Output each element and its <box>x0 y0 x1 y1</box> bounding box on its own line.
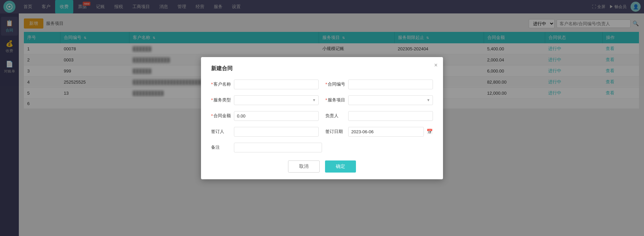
required-star-4: * <box>325 97 327 103</box>
required-star-5: * <box>211 113 213 119</box>
form-group-service-item: * 服务项目 ▼ <box>325 95 433 105</box>
form-group-sign-date: 签订日期 📅 <box>325 127 433 137</box>
form-group-customer: * 客户名称 <box>211 80 319 89</box>
service-type-label: * 服务类型 <box>211 97 231 103</box>
required-star-3: * <box>211 97 213 103</box>
required-star-2: * <box>325 82 327 87</box>
modal-footer: 取消 确定 <box>211 160 433 173</box>
service-item-select[interactable] <box>348 95 433 105</box>
sign-date-input[interactable] <box>348 127 424 137</box>
sign-date-label: 签订日期 <box>325 129 346 135</box>
form-row-2: * 服务类型 ▼ * 服务项目 <box>211 95 433 105</box>
form-group-service-type: * 服务类型 ▼ <box>211 95 319 105</box>
service-type-select[interactable] <box>234 95 319 105</box>
form-group-notes: 备注 <box>211 143 322 152</box>
form-group-amount: * 合同金额 <box>211 111 319 121</box>
amount-input[interactable] <box>234 111 319 121</box>
signer-label: 签订人 <box>211 129 231 135</box>
responsible-label: 负责人 <box>325 113 346 119</box>
notes-input[interactable] <box>234 143 322 152</box>
customer-name-label: * 客户名称 <box>211 81 231 87</box>
contract-no-label: * 合同编号 <box>325 81 346 87</box>
confirm-button[interactable]: 确定 <box>325 160 356 173</box>
form-row-4: 签订人 签订日期 📅 <box>211 127 433 137</box>
cancel-button[interactable]: 取消 <box>288 160 320 173</box>
customer-name-input[interactable] <box>234 80 319 89</box>
modal-title: 新建合同 <box>211 65 433 72</box>
calendar-icon[interactable]: 📅 <box>427 129 433 135</box>
new-contract-modal: × 新建合同 * 客户名称 * 合同编号 <box>201 57 443 179</box>
service-item-label: * 服务项目 <box>325 97 346 103</box>
signer-input[interactable] <box>234 127 319 137</box>
notes-label: 备注 <box>211 144 231 150</box>
responsible-input[interactable] <box>348 111 433 121</box>
form-group-signer: 签订人 <box>211 127 319 137</box>
modal-overlay: × 新建合同 * 客户名称 * 合同编号 <box>0 0 644 236</box>
amount-label: * 合同金额 <box>211 113 231 119</box>
contract-no-input[interactable] <box>348 80 433 89</box>
form-row-1: * 客户名称 * 合同编号 <box>211 80 433 89</box>
required-star: * <box>211 82 213 87</box>
form-group-contract-no: * 合同编号 <box>325 80 433 89</box>
modal-close-button[interactable]: × <box>434 62 438 69</box>
form-group-responsible: 负责人 <box>325 111 433 121</box>
form-row-3: * 合同金额 负责人 <box>211 111 433 121</box>
form-row-5: 备注 <box>211 143 433 152</box>
